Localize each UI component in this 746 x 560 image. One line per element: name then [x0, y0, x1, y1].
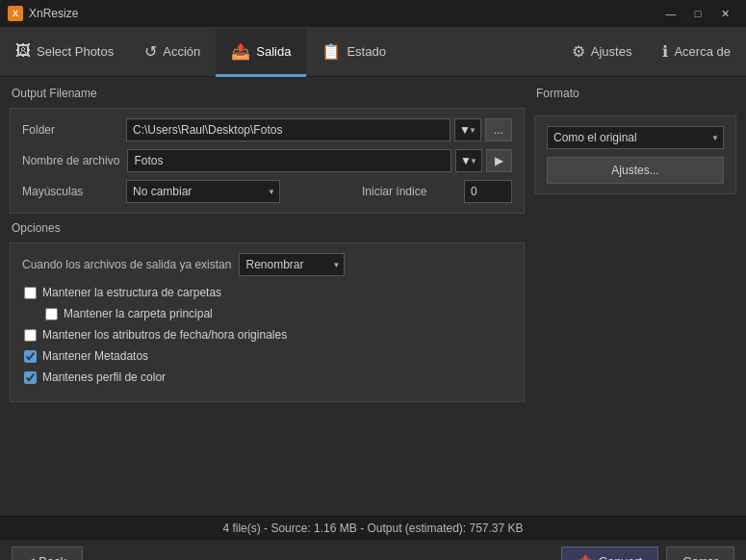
mantener-carpeta-principal-label: Mantener la carpeta principal: [64, 307, 213, 320]
checkbox-row-4: Mantener Metadatos: [22, 349, 512, 363]
ajustes-formato-button[interactable]: Ajustes...: [547, 157, 724, 184]
nombre-input-group: ▼ ▶: [127, 149, 512, 172]
convert-label: Convert: [599, 554, 643, 560]
bottom-bar: < Back 📤 Convert Cerrar: [0, 539, 746, 560]
opciones-box: Cuando los archivos de salida ya existan…: [10, 242, 525, 402]
output-filename-section: Output Filename Folder ▼ ... Nombre de: [10, 87, 525, 214]
left-panel: Output Filename Folder ▼ ... Nombre de: [10, 87, 525, 506]
nombre-dropdown[interactable]: ▼: [455, 149, 482, 172]
mantener-carpetas-checkbox[interactable]: [24, 287, 37, 299]
folder-dropdown-wrap: ▼: [454, 118, 481, 141]
folder-row: Folder ▼ ...: [22, 118, 512, 141]
formato-select[interactable]: Como el original JPEG PNG BMP TIFF WebP: [547, 126, 724, 149]
inicio-indice-input[interactable]: [464, 180, 512, 203]
accion-icon: ↺: [144, 42, 157, 61]
minimize-button[interactable]: —: [657, 4, 684, 23]
acerca-de-label: Acerca de: [674, 44, 731, 59]
opciones-title: Opciones: [10, 221, 525, 235]
acerca-de-icon: ℹ: [662, 42, 668, 61]
archivos-existentes-label: Cuando los archivos de salida ya existan: [22, 258, 231, 271]
mantener-perfil-color-label: Mantenes perfil de color: [42, 370, 166, 384]
maximize-button[interactable]: □: [684, 4, 711, 23]
inicio-indice-label: Iniciar índice: [362, 185, 458, 198]
title-bar: X XnResize — □ ✕: [0, 0, 746, 27]
accion-button[interactable]: ↺ Acción: [129, 28, 216, 77]
title-bar-controls: — □ ✕: [657, 4, 738, 23]
right-panel: Formato Como el original JPEG PNG BMP TI…: [534, 87, 736, 506]
mantener-perfil-color-checkbox[interactable]: [24, 371, 37, 384]
acerca-de-button[interactable]: ℹ Acerca de: [647, 28, 746, 77]
mantener-carpeta-principal-checkbox[interactable]: [45, 308, 58, 320]
convert-icon: 📤: [578, 554, 593, 560]
inicio-indice-group: Iniciar índice: [362, 180, 512, 203]
formato-title: Formato: [534, 87, 736, 100]
folder-input-group: ▼ ...: [126, 118, 512, 141]
folder-dropdown[interactable]: ▼: [454, 118, 481, 141]
ajustes-label: Ajustes: [591, 44, 632, 59]
estado-icon: 📋: [322, 42, 341, 61]
convert-button[interactable]: 📤 Convert: [561, 547, 659, 561]
formato-box: Como el original JPEG PNG BMP TIFF WebP …: [534, 115, 736, 194]
mayusculas-row: Mayúsculas No cambiar Todo mayúsculas To…: [22, 180, 512, 203]
nombre-play-button[interactable]: ▶: [486, 149, 512, 172]
mayusculas-label: Mayúsculas: [22, 185, 118, 198]
checkbox-row-3: Mantener los atributros de fecha/hora or…: [22, 328, 512, 342]
mantener-fecha-hora-label: Mantener los atributros de fecha/hora or…: [42, 328, 287, 342]
app-icon: X: [8, 6, 23, 21]
accion-label: Acción: [163, 44, 200, 59]
back-button[interactable]: < Back: [12, 547, 83, 561]
nombre-label: Nombre de archivo: [22, 154, 119, 167]
main-content: Output Filename Folder ▼ ... Nombre de: [0, 77, 746, 516]
status-bar: 4 file(s) - Source: 1.16 MB - Output (es…: [0, 516, 746, 539]
cerrar-button[interactable]: Cerrar: [666, 547, 734, 561]
mayusculas-select-wrap: No cambiar Todo mayúsculas Todo minúscul…: [126, 180, 280, 203]
salida-icon: 📤: [231, 42, 250, 61]
estado-label: Estado: [347, 44, 385, 59]
nombre-row: Nombre de archivo ▼ ▶: [22, 149, 512, 172]
mantener-fecha-hora-checkbox[interactable]: [24, 329, 37, 342]
formato-select-wrap: Como el original JPEG PNG BMP TIFF WebP: [547, 126, 724, 149]
checkbox-row-2: Mantener la carpeta principal: [22, 307, 512, 320]
app-title: XnResize: [29, 7, 78, 20]
salida-button[interactable]: 📤 Salida: [216, 28, 306, 77]
folder-label: Folder: [22, 123, 118, 137]
salida-label: Salida: [256, 44, 291, 59]
archivos-existentes-row: Cuando los archivos de salida ya existan…: [22, 253, 512, 276]
output-filename-title: Output Filename: [10, 87, 525, 100]
mantener-metadatos-label: Mantener Metadatos: [42, 349, 148, 363]
nombre-input[interactable]: [127, 149, 451, 172]
status-text: 4 file(s) - Source: 1.16 MB - Output (es…: [222, 522, 523, 535]
archivos-existentes-select[interactable]: Renombrar Sobreescribir Omitir: [239, 253, 345, 276]
toolbar-right: ⚙ Ajustes ℹ Acerca de: [556, 27, 746, 76]
ajustes-icon: ⚙: [572, 42, 585, 61]
checkbox-row-1: Mantener la estructura de carpetas: [22, 286, 512, 299]
folder-input[interactable]: [126, 118, 450, 141]
estado-button[interactable]: 📋 Estado: [306, 28, 400, 77]
folder-browse-button[interactable]: ...: [485, 118, 512, 141]
mayusculas-select[interactable]: No cambiar Todo mayúsculas Todo minúscul…: [126, 180, 280, 203]
title-bar-left: X XnResize: [8, 6, 78, 21]
archivos-existentes-wrap: Renombrar Sobreescribir Omitir: [239, 253, 345, 276]
output-filename-box: Folder ▼ ... Nombre de archivo: [10, 108, 525, 214]
toolbar: 🖼 Select Photos ↺ Acción 📤 Salida 📋 Esta…: [0, 27, 746, 77]
select-photos-label: Select Photos: [37, 44, 114, 59]
nombre-dropdown-wrap: ▼: [455, 149, 482, 172]
mantener-metadatos-checkbox[interactable]: [24, 350, 37, 363]
opciones-section: Opciones Cuando los archivos de salida y…: [10, 221, 525, 402]
checkbox-row-5: Mantenes perfil de color: [22, 370, 512, 384]
ajustes-button[interactable]: ⚙ Ajustes: [556, 28, 648, 77]
select-photos-icon: 🖼: [15, 42, 31, 60]
formato-select-outer: Como el original JPEG PNG BMP TIFF WebP: [547, 126, 724, 149]
mantener-carpetas-label: Mantener la estructura de carpetas: [42, 286, 221, 299]
bottom-right-buttons: 📤 Convert Cerrar: [561, 547, 734, 561]
select-photos-button[interactable]: 🖼 Select Photos: [0, 28, 129, 77]
close-button[interactable]: ✕: [711, 4, 738, 23]
